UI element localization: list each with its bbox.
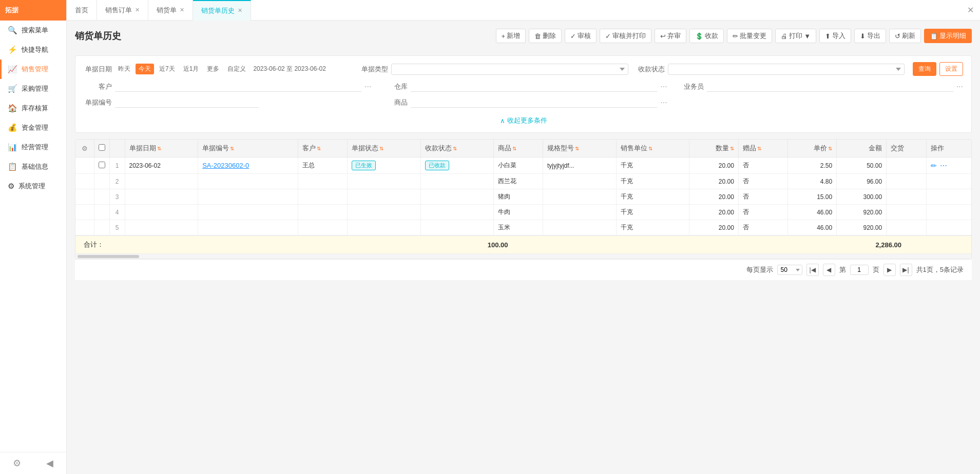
- date-tab-custom[interactable]: 自定义: [224, 64, 249, 74]
- cell-check[interactable]: [94, 189, 109, 205]
- horizontal-scrollbar[interactable]: [78, 255, 139, 258]
- product-input[interactable]: [411, 97, 657, 108]
- sidebar-item-quick-nav[interactable]: ⚡ 快捷导航: [0, 40, 66, 60]
- filter-product-item: 商品 ···: [379, 97, 667, 108]
- sort-date-icon[interactable]: ⇅: [157, 146, 161, 151]
- th-trade-label: 交货: [891, 144, 904, 152]
- row-checkbox[interactable]: [99, 162, 105, 168]
- sort-doc-no-icon[interactable]: ⇅: [230, 146, 234, 151]
- th-spec[interactable]: 规格型号⇅: [543, 140, 616, 157]
- warehouse-input[interactable]: [411, 81, 657, 92]
- sort-payment-status-icon[interactable]: ⇅: [453, 146, 457, 151]
- sidebar-item-basic-info[interactable]: 📋 基础信息: [0, 157, 66, 176]
- date-tab-1month[interactable]: 近1月: [180, 64, 202, 74]
- table-settings-icon[interactable]: ⚙: [82, 145, 88, 152]
- sort-unit-icon[interactable]: ⇅: [648, 146, 652, 151]
- tab-home[interactable]: 首页: [67, 0, 97, 21]
- sidebar-footer-settings[interactable]: ⚙: [13, 458, 21, 469]
- query-button[interactable]: 查询: [913, 62, 936, 76]
- export-button[interactable]: ⬇ 导出: [854, 29, 886, 43]
- sort-gift-icon[interactable]: ⇅: [757, 146, 761, 151]
- per-page-select[interactable]: 50 100: [777, 265, 802, 275]
- th-row-no: [109, 140, 125, 157]
- payment-status-select[interactable]: [668, 64, 905, 75]
- prev-page-button[interactable]: ◀: [823, 264, 835, 276]
- th-price[interactable]: 单价⇅: [787, 140, 837, 157]
- th-payment-status[interactable]: 收款状态⇅: [420, 140, 494, 157]
- print-dropdown-icon: ▼: [804, 32, 811, 40]
- sort-qty-icon[interactable]: ⇅: [730, 146, 734, 151]
- th-doc-status[interactable]: 单据状态⇅: [347, 140, 420, 157]
- sidebar-item-operations[interactable]: 📊 经营管理: [0, 137, 66, 157]
- customer-input[interactable]: [115, 81, 361, 92]
- refresh-button[interactable]: ↺ 刷新: [889, 29, 921, 43]
- date-tab-more[interactable]: 更多: [204, 64, 222, 74]
- show-details-button[interactable]: 📋 显示明细: [924, 29, 972, 43]
- th-qty[interactable]: 数量⇅: [689, 140, 739, 157]
- batch-change-button[interactable]: ✏ 批量变更: [727, 29, 772, 43]
- doc-type-select[interactable]: [391, 64, 628, 75]
- cell-check[interactable]: [94, 220, 109, 235]
- collect-button[interactable]: 💲 收款: [689, 29, 724, 43]
- audit-print-label: 审核并打印: [612, 31, 646, 41]
- tab-sales-goods-close[interactable]: ✕: [180, 7, 184, 13]
- sidebar-item-finance[interactable]: 💰 资金管理: [0, 118, 66, 137]
- delete-button[interactable]: 🗑 删除: [529, 29, 562, 43]
- import-button[interactable]: ⬆ 导入: [819, 29, 851, 43]
- tab-sales-history-close[interactable]: ✕: [238, 7, 242, 14]
- first-page-button[interactable]: |◀: [806, 264, 819, 276]
- sort-doc-status-icon[interactable]: ⇅: [379, 146, 383, 151]
- cell-check[interactable]: [94, 174, 109, 189]
- th-product[interactable]: 商品⇅: [494, 140, 543, 157]
- date-tab-today[interactable]: 今天: [136, 64, 154, 74]
- product-dots[interactable]: ···: [660, 98, 667, 107]
- business-dots[interactable]: ···: [956, 83, 963, 91]
- tab-sales-history[interactable]: 销货单历史 ✕: [193, 0, 251, 21]
- warehouse-dots[interactable]: ···: [660, 83, 667, 91]
- sidebar-footer-collapse[interactable]: ◀: [46, 458, 53, 469]
- date-tab-7days[interactable]: 近7天: [156, 64, 178, 74]
- th-gift[interactable]: 赠品⇅: [738, 140, 787, 157]
- sidebar-item-purchase[interactable]: 🛒 采购管理: [0, 79, 66, 98]
- add-button[interactable]: + 新增: [496, 29, 526, 43]
- sidebar-item-sales[interactable]: 📈 销售管理: [0, 60, 66, 79]
- collapse-button[interactable]: ∧ 收起更多条件: [84, 113, 963, 126]
- doc-no-link[interactable]: SA-20230602-0: [202, 162, 249, 169]
- th-checkbox[interactable]: [94, 140, 109, 157]
- tab-sales-order[interactable]: 销售订单 ✕: [97, 0, 148, 21]
- tab-bar-close-all[interactable]: ✕: [961, 5, 980, 15]
- abandon-button[interactable]: ↩ 弃审: [655, 29, 686, 43]
- edit-action-icon[interactable]: ✏: [931, 162, 937, 170]
- select-all-checkbox[interactable]: [99, 144, 105, 151]
- th-customer[interactable]: 客户⇅: [298, 140, 348, 157]
- next-page-button[interactable]: ▶: [883, 264, 896, 276]
- last-page-button[interactable]: ▶|: [900, 264, 912, 276]
- sort-spec-icon[interactable]: ⇅: [575, 146, 579, 151]
- sidebar-item-inventory[interactable]: 🏠 库存核算: [0, 98, 66, 118]
- th-unit[interactable]: 销售单位⇅: [616, 140, 689, 157]
- print-button[interactable]: 🖨 打印 ▼: [775, 29, 816, 43]
- sort-product-icon[interactable]: ⇅: [512, 146, 516, 151]
- docno-input[interactable]: [115, 97, 259, 108]
- th-actions: 操作: [926, 140, 971, 157]
- audit-button[interactable]: ✓ 审核: [565, 29, 597, 43]
- customer-dots[interactable]: ···: [364, 83, 371, 91]
- date-tab-yesterday[interactable]: 昨天: [115, 64, 133, 74]
- sort-price-icon[interactable]: ⇅: [828, 146, 832, 151]
- settings-button[interactable]: 设置: [939, 62, 963, 76]
- sidebar-item-search-menu[interactable]: 🔍 搜索菜单: [0, 21, 66, 40]
- tab-sales-goods[interactable]: 销货单 ✕: [148, 0, 193, 21]
- sidebar-item-system[interactable]: ⚙ 系统管理: [0, 176, 66, 196]
- tab-sales-order-close[interactable]: ✕: [135, 7, 140, 13]
- page-input[interactable]: [850, 265, 869, 275]
- business-input[interactable]: [707, 81, 953, 92]
- cell-check[interactable]: [94, 205, 109, 220]
- th-product-label: 商品: [498, 144, 511, 152]
- th-settings[interactable]: ⚙: [75, 140, 94, 157]
- th-date[interactable]: 单据日期⇅: [125, 140, 198, 157]
- audit-print-button[interactable]: ✓ 审核并打印: [600, 29, 651, 43]
- sort-customer-icon[interactable]: ⇅: [317, 146, 321, 151]
- cell-check[interactable]: [94, 157, 109, 174]
- more-action-icon[interactable]: ⋯: [940, 162, 947, 170]
- th-doc-no[interactable]: 单据编号⇅: [198, 140, 298, 157]
